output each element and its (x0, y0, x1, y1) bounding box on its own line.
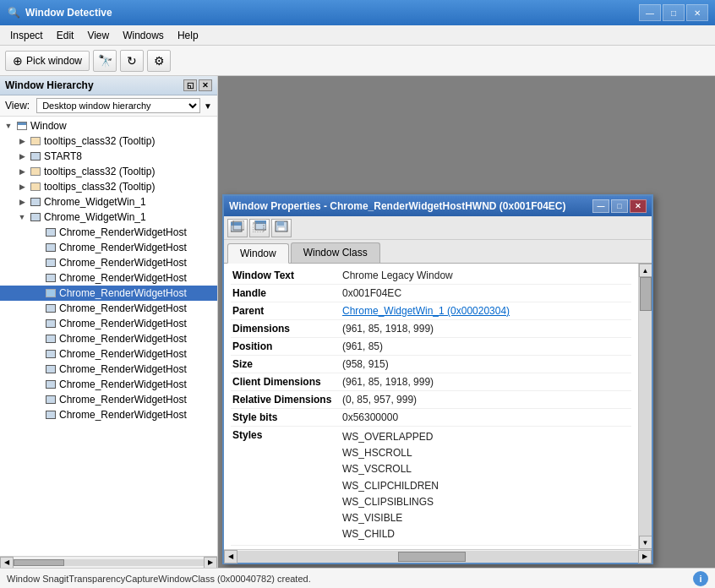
view-select[interactable]: Desktop window hierarchy (36, 98, 200, 113)
minimize-button[interactable]: — (639, 4, 661, 21)
scroll-right-arrow[interactable]: ▶ (204, 557, 217, 569)
expander-icon (30, 226, 44, 239)
scroll-up-arrow[interactable]: ▲ (639, 264, 652, 277)
info-icon[interactable]: i (693, 571, 708, 586)
main-area: Window Hierarchy ◱ ✕ View: Desktop windo… (0, 76, 715, 568)
scrollbar-track[interactable] (639, 277, 652, 536)
menu-inspect[interactable]: Inspect (3, 27, 50, 44)
window-icon (44, 226, 57, 238)
vertical-scrollbar[interactable]: ▲ ▼ (638, 264, 652, 549)
props-maximize-button[interactable]: □ (611, 199, 628, 213)
prop-row-client-dimensions: Client Dimensions (961, 85, 1918, 999) (231, 373, 631, 391)
prop-val-styles: WS_OVERLAPPED WS_HSCROLL WS_VSCROLL WS_C… (342, 429, 630, 542)
scrollbar-thumb[interactable] (640, 277, 652, 311)
expander-icon (30, 317, 44, 330)
list-item[interactable]: Chrome_RenderWidgetHost (0, 225, 217, 240)
props-close-button[interactable]: ✕ (630, 199, 647, 213)
list-item[interactable]: Chrome_RenderWidgetHost (0, 331, 217, 346)
list-item[interactable]: Chrome_RenderWidgetHost (0, 301, 217, 316)
list-item[interactable]: ▶ tooltips_class32 (Tooltip) (0, 164, 217, 179)
menu-help[interactable]: Help (171, 27, 205, 44)
hscroll-track[interactable] (237, 551, 638, 563)
expander-icon: ▶ (15, 150, 29, 163)
tree-label: Chrome_RenderWidgetHost (59, 318, 187, 329)
list-item[interactable]: Chrome_RenderWidgetHost (0, 362, 217, 377)
list-item[interactable]: Chrome_RenderWidgetHost (0, 255, 217, 270)
prop-val: (961, 85) (342, 340, 630, 352)
tree-label: Chrome_RenderWidgetHost (59, 394, 187, 406)
panel-close-button[interactable]: ✕ (199, 79, 212, 91)
list-item[interactable]: Chrome_RenderWidgetHost (0, 240, 217, 255)
app-title: Window Detective (25, 7, 639, 19)
list-item[interactable]: Chrome_RenderWidgetHost (0, 346, 217, 362)
hscroll-thumb[interactable] (14, 559, 64, 566)
props-horizontal-scrollbar[interactable]: ◀ ▶ (224, 549, 652, 563)
expander-icon: ▼ (2, 119, 15, 133)
tree-label: Chrome_RenderWidgetHost (59, 257, 187, 269)
hscroll-left-arrow[interactable]: ◀ (224, 550, 237, 564)
tab-window-class[interactable]: Window Class (291, 242, 380, 263)
list-item[interactable]: ▶ tooltips_class32 (Tooltip) (0, 133, 217, 149)
list-item[interactable]: Chrome_RenderWidgetHost (0, 377, 217, 392)
list-item[interactable]: Chrome_RenderWidgetHost (0, 316, 217, 331)
maximize-button[interactable]: □ (663, 4, 685, 21)
props-toolbar-back-button[interactable] (227, 219, 248, 237)
settings-button[interactable]: ⚙ (147, 50, 171, 72)
window-icon (44, 394, 57, 406)
props-toolbar-save-button[interactable] (271, 219, 292, 237)
prop-key: Window Text (232, 270, 342, 281)
list-item[interactable]: ▶ tooltips_class32 (Tooltip) (0, 179, 217, 194)
props-content: Window Text Chrome Legacy Window Handle … (224, 264, 652, 549)
tree-label: Chrome_RenderWidgetHost (59, 348, 187, 360)
list-item[interactable]: ▶ START8 (0, 149, 217, 164)
tree-node-window[interactable]: ▼ Window (0, 118, 217, 133)
menu-view[interactable]: View (80, 27, 116, 44)
svg-rect-1 (231, 222, 242, 226)
menu-windows[interactable]: Windows (116, 27, 171, 44)
tree-label: Chrome_RenderWidgetHost (59, 333, 187, 345)
horizontal-scrollbar[interactable]: ◀ ▶ (0, 556, 217, 568)
tree-container[interactable]: ▼ Window ▶ tooltips_class32 (Tooltip) ▶ (0, 117, 217, 556)
list-item[interactable]: Chrome_RenderWidgetHost (0, 270, 217, 286)
list-item[interactable]: Chrome_RenderWidgetHost (0, 286, 217, 301)
tree-label: Chrome_RenderWidgetHost (59, 272, 187, 284)
window-icon (44, 378, 57, 390)
list-item[interactable]: ▶ Chrome_WidgetWin_1 (0, 194, 217, 210)
menu-edit[interactable]: Edit (50, 27, 81, 44)
status-bar: Window SnagitTransparencyCaptureWindowCl… (0, 568, 715, 588)
prop-key: Style bits (232, 411, 342, 423)
tab-window[interactable]: Window (227, 243, 289, 264)
expander-icon (30, 362, 44, 376)
tree-label: tooltips_class32 (Tooltip) (44, 135, 155, 147)
prop-val: Chrome Legacy Window (342, 270, 630, 281)
tab-bar: Window Window Class (224, 240, 652, 264)
list-item[interactable]: Chrome_RenderWidgetHost (0, 392, 217, 407)
prop-val-link[interactable]: Chrome_WidgetWin_1 (0x00020304) (342, 305, 630, 317)
scroll-down-arrow[interactable]: ▼ (639, 536, 652, 549)
pick-window-button[interactable]: ⊕ Pick window (5, 51, 90, 71)
window-icon (44, 257, 57, 269)
prop-key: Client Dimensions (232, 376, 342, 388)
hscroll-thumb[interactable] (398, 552, 466, 562)
props-minimize-button[interactable]: — (592, 199, 609, 213)
expander-icon (30, 408, 44, 422)
prop-row-style-bits: Style bits 0x56300000 (231, 409, 631, 427)
window-icon (44, 348, 57, 360)
tree-label: Chrome_RenderWidgetHost (59, 287, 187, 299)
list-item[interactable]: Chrome_RenderWidgetHost (0, 407, 217, 422)
prop-row-dimensions: Dimensions (961, 85, 1918, 999) (231, 320, 631, 338)
expander-icon (30, 256, 44, 270)
expander-icon (30, 271, 44, 285)
window-icon (29, 150, 42, 162)
search-button[interactable]: 🔭 (93, 50, 117, 72)
window-icon (44, 333, 57, 345)
panel-float-button[interactable]: ◱ (183, 79, 197, 91)
scroll-left-arrow[interactable]: ◀ (0, 557, 14, 569)
list-item[interactable]: ▼ Chrome_WidgetWin_1 (0, 210, 217, 225)
tree-label: Chrome_RenderWidgetHost (59, 409, 187, 421)
refresh-button[interactable]: ↻ (120, 50, 144, 72)
close-button[interactable]: ✕ (686, 4, 708, 21)
hscroll-track[interactable] (14, 559, 204, 566)
hscroll-right-arrow[interactable]: ▶ (638, 550, 652, 564)
props-toolbar-front-button[interactable] (249, 219, 270, 237)
